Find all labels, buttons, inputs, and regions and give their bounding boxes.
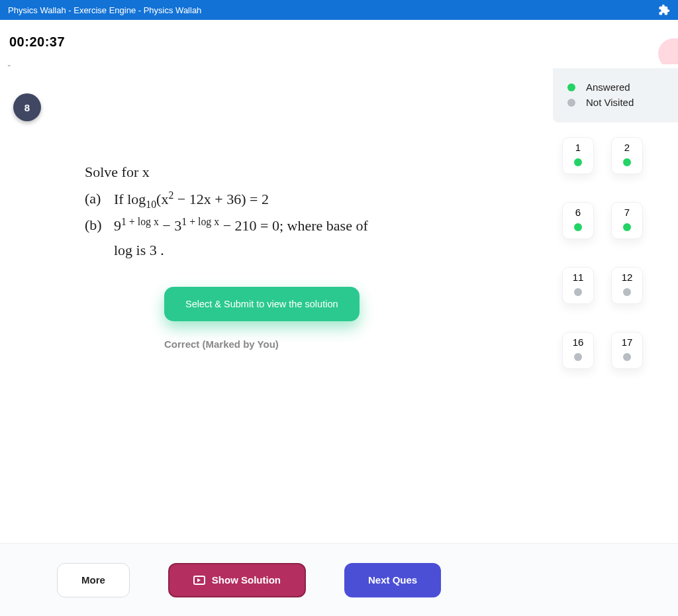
- tick-mark: ˘: [8, 64, 11, 74]
- question-cell-number: 1: [575, 142, 581, 153]
- notvisited-dot-icon: [574, 288, 582, 296]
- question-panel: ˘ 8 Solve for x (a) If log10(x2 − 12x + …: [0, 64, 553, 369]
- notvisited-dot-icon: [623, 353, 631, 361]
- question-option-b-line2: log is 3 .: [85, 239, 540, 262]
- option-b-body: 91 + log x − 31 + log x − 210 = 0; where…: [114, 214, 540, 237]
- legend-answered: Answered: [567, 81, 671, 93]
- option-b-label: (b): [85, 214, 105, 237]
- question-cell-17[interactable]: 17: [611, 332, 643, 369]
- window-titlebar: Physics Wallah - Exercise Engine - Physi…: [0, 0, 678, 20]
- play-in-box-icon: [193, 576, 205, 585]
- question-cell-number: 6: [575, 207, 581, 218]
- answered-dot-icon: [574, 158, 582, 166]
- option-a-body: If log10(x2 − 12x + 36) = 2: [114, 187, 540, 213]
- question-cell-7[interactable]: 7: [611, 202, 643, 239]
- question-cell-number: 12: [622, 272, 633, 283]
- answered-dot-icon: [574, 223, 582, 231]
- answered-dot-icon: [623, 223, 631, 231]
- question-number-badge: 8: [13, 93, 41, 121]
- show-solution-button[interactable]: Show Solution: [168, 563, 306, 597]
- question-cell-11[interactable]: 11: [562, 267, 594, 304]
- question-cell-16[interactable]: 16: [562, 332, 594, 369]
- next-question-button[interactable]: Next Ques: [344, 563, 441, 597]
- legend-notvisited: Not Visited: [567, 97, 671, 108]
- question-title: Solve for x: [85, 161, 540, 183]
- question-cell-number: 7: [624, 207, 630, 218]
- question-cell-number: 11: [573, 272, 584, 283]
- window-title: Physics Wallah - Exercise Engine - Physi…: [8, 5, 201, 15]
- countdown-timer: 00:20:37: [9, 34, 65, 49]
- question-cell-1[interactable]: 1: [562, 137, 594, 174]
- show-solution-label: Show Solution: [212, 574, 281, 586]
- question-cell-number: 16: [573, 336, 584, 348]
- dot-icon: [567, 99, 575, 107]
- timer-row: 00:20:37: [0, 20, 678, 64]
- notvisited-dot-icon: [623, 288, 631, 296]
- correct-marked-label: Correct (Marked by You): [164, 338, 540, 350]
- question-text: Solve for x (a) If log10(x2 − 12x + 36) …: [85, 161, 540, 262]
- extension-icon[interactable]: [658, 4, 670, 16]
- question-cell-number: 2: [624, 142, 630, 153]
- more-button[interactable]: More: [57, 563, 130, 597]
- question-grid: 126711121617: [553, 123, 678, 369]
- question-option-b: (b) 91 + log x − 31 + log x − 210 = 0; w…: [85, 214, 540, 237]
- question-cell-12[interactable]: 12: [611, 267, 643, 304]
- question-option-a: (a) If log10(x2 − 12x + 36) = 2: [85, 187, 540, 213]
- question-navigator: Answered Not Visited 126711121617: [553, 64, 678, 369]
- question-cell-6[interactable]: 6: [562, 202, 594, 239]
- notvisited-dot-icon: [574, 353, 582, 361]
- question-cell-2[interactable]: 2: [611, 137, 643, 174]
- dot-icon: [567, 83, 575, 91]
- question-cell-number: 17: [622, 336, 633, 348]
- answered-dot-icon: [623, 158, 631, 166]
- legend: Answered Not Visited: [553, 68, 678, 123]
- select-submit-button[interactable]: Select & Submit to view the solution: [164, 287, 360, 321]
- footer-bar: More Show Solution Next Ques: [0, 543, 678, 616]
- option-a-label: (a): [85, 187, 105, 213]
